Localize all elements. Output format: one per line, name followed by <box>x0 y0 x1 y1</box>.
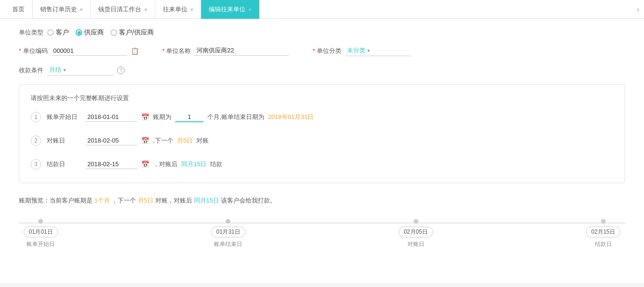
unit-code-field: 单位编码 📋 <box>19 46 139 56</box>
radio-both[interactable]: 客户/供应商 <box>110 28 154 37</box>
step-1-label: 账单开始日 <box>47 113 80 121</box>
unit-code-label: 单位编码 <box>19 47 48 55</box>
radio-customer-label: 客户 <box>56 28 69 37</box>
unit-category-field: 单位分类 未分类 ▾ <box>313 45 411 56</box>
step-1-inputs: 📅 账期为 个月,账单结束日期为 2018年01月31日 <box>85 112 314 122</box>
step-1-row: 1 账单开始日 📅 账期为 个月,账单结束日期为 2018年01月31日 <box>31 112 613 122</box>
node-dot-1 <box>226 219 230 224</box>
unit-category-value: 未分类 <box>347 46 365 55</box>
step-2-suffix-pre: ,下一个 <box>153 136 173 145</box>
step-2-row: 2 对账日 📅 ,下一个 月5日 对账 <box>31 135 613 146</box>
radio-supplier[interactable]: 供应商 <box>76 28 104 37</box>
payment-terms-row: 收款条件 月结 ▾ ? <box>19 65 625 76</box>
preview-hl1: 1个月 <box>94 197 110 204</box>
main-content: 单位类型 客户 供应商 客户/供应商 单位编码 📋 <box>0 19 644 283</box>
step-1-calendar-icon[interactable]: 📅 <box>141 113 149 121</box>
node-label-3: 结款日 <box>595 240 612 248</box>
payment-terms-dropdown[interactable]: 月结 ▾ <box>47 65 113 76</box>
unit-code-input[interactable] <box>51 46 127 56</box>
timeline-node-2: 02月05日 对账日 <box>398 219 433 248</box>
payment-terms-field: 收款条件 月结 ▾ ? <box>19 65 125 76</box>
radio-circle-customer <box>47 29 54 36</box>
node-badge-1: 01月31日 <box>211 227 246 237</box>
node-dot-3 <box>601 219 606 224</box>
step-2-suffix-highlight: 月5日 <box>177 136 193 145</box>
node-badge-0: 01月01日 <box>24 227 58 237</box>
tabs-bar: 首页 销售订单历史 × 钱货日清工作台 × 往来单位 × 编辑往来单位 × › <box>0 0 644 19</box>
step-1-period-unit: 个月,账单结束日期为 <box>207 113 264 121</box>
preview-hl2: 月5日 <box>138 197 153 204</box>
step-2-date-input[interactable] <box>85 136 137 145</box>
preview-prefix: 账期预览：当前客户账期是 <box>19 197 93 204</box>
unit-info-row: 单位编码 📋 单位名称 单位分类 未分类 ▾ <box>19 45 625 56</box>
close-tab-partners[interactable]: × <box>190 7 193 12</box>
radio-both-label: 客户/供应商 <box>119 28 154 37</box>
unit-category-dropdown[interactable]: 未分类 ▾ <box>345 45 411 56</box>
payment-terms-chevron-icon: ▾ <box>63 67 66 73</box>
step-2-calendar-icon[interactable]: 📅 <box>141 137 149 144</box>
unit-name-field: 单位名称 <box>162 46 289 56</box>
step-3-date-input[interactable] <box>85 160 137 169</box>
preview-hl3: 同月15日 <box>194 197 219 204</box>
unit-category-chevron-icon: ▾ <box>367 48 370 54</box>
node-dot-2 <box>414 219 418 224</box>
step-1-date-input[interactable] <box>85 112 137 122</box>
preview-bar: 账期预览：当前客户账期是 1个月 ，下一个 月5日 对账，对账后 同月15日 该… <box>19 191 625 214</box>
step-3-suffix-pre: ，对账后 <box>153 160 178 169</box>
unit-type-row: 单位类型 客户 供应商 客户/供应商 <box>19 28 625 37</box>
step-3-suffix-post: 结款 <box>210 160 222 169</box>
payment-terms-label: 收款条件 <box>19 66 43 75</box>
node-dot-0 <box>38 219 43 224</box>
tab-sales-history[interactable]: 销售订单历史 × <box>33 0 91 19</box>
preview-middle1: ，下一个 <box>111 197 136 204</box>
unit-code-icon[interactable]: 📋 <box>131 47 139 55</box>
tab-edit-partner[interactable]: 编辑往来单位 × <box>201 0 259 19</box>
node-label-2: 对账日 <box>407 240 424 248</box>
radio-circle-supplier <box>76 29 82 36</box>
step-3-row: 3 结款日 📅 ，对账后 同月15日 结款 <box>31 159 613 169</box>
close-tab-sales-history[interactable]: × <box>80 7 83 12</box>
timeline-node-1: 01月31日 账单结束日 <box>211 219 246 248</box>
node-badge-2: 02月05日 <box>398 227 433 237</box>
step-3-label: 结款日 <box>47 160 80 169</box>
card-title: 请按照未来的一个完整帐期进行设置 <box>31 94 613 102</box>
timeline-node-3: 02月15日 结款日 <box>586 219 620 248</box>
step-1-period-label: 账期为 <box>153 113 171 121</box>
unit-name-input[interactable] <box>195 46 289 56</box>
step-2-number: 2 <box>31 135 41 146</box>
radio-supplier-label: 供应商 <box>84 28 104 37</box>
tab-partners[interactable]: 往来单位 × <box>155 0 201 19</box>
billing-period-card: 请按照未来的一个完整帐期进行设置 1 账单开始日 📅 账期为 个月,账单结束日期… <box>19 84 625 183</box>
unit-type-field: 单位类型 客户 供应商 客户/供应商 <box>19 28 154 37</box>
radio-customer[interactable]: 客户 <box>47 28 69 37</box>
preview-suffix: 该客户会给我打款。 <box>221 197 276 204</box>
step-1-number: 1 <box>31 112 41 122</box>
step-2-suffix-post: 对账 <box>196 136 209 145</box>
preview-middle2: 对账，对账后 <box>155 197 192 204</box>
step-2-label: 对账日 <box>47 136 80 145</box>
step-3-number: 3 <box>31 159 41 169</box>
close-tab-edit-partner[interactable]: × <box>248 7 251 12</box>
node-badge-3: 02月15日 <box>586 227 620 237</box>
step-3-inputs: 📅 ，对账后 同月15日 结款 <box>85 160 222 169</box>
step-3-calendar-icon[interactable]: 📅 <box>141 160 149 168</box>
tab-home[interactable]: 首页 <box>5 0 33 19</box>
tab-daily-work[interactable]: 钱货日清工作台 × <box>91 0 155 19</box>
unit-name-label: 单位名称 <box>162 47 191 55</box>
node-label-0: 账单开始日 <box>26 240 55 248</box>
unit-type-radio-group: 客户 供应商 客户/供应商 <box>47 28 154 37</box>
close-tab-daily-work[interactable]: × <box>144 7 147 12</box>
step-1-period-input[interactable] <box>175 112 203 122</box>
step-3-suffix-highlight: 同月15日 <box>181 160 206 169</box>
step-2-inputs: 📅 ,下一个 月5日 对账 <box>85 136 209 145</box>
timeline-nodes: 01月01日 账单开始日 01月31日 账单结束日 02月05日 对账日 02月… <box>19 219 625 248</box>
radio-circle-both <box>110 29 117 36</box>
payment-terms-value: 月结 <box>49 66 61 74</box>
payment-terms-help-icon[interactable]: ? <box>117 67 125 74</box>
tabs-scroll-right-icon[interactable]: › <box>637 5 639 14</box>
unit-category-label: 单位分类 <box>313 47 341 55</box>
node-label-1: 账单结束日 <box>214 240 242 248</box>
step-1-period-end: 2018年01月31日 <box>268 113 314 121</box>
timeline-node-0: 01月01日 账单开始日 <box>24 219 58 248</box>
unit-type-label: 单位类型 <box>19 28 43 37</box>
